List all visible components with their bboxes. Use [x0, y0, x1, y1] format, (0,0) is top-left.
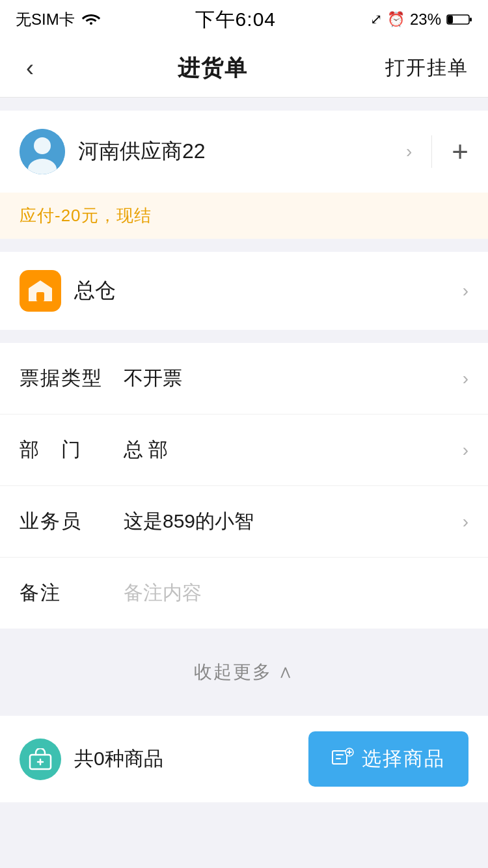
location-icon: ⤢ [370, 11, 382, 28]
ticket-type-label: 票据类型 [20, 365, 111, 392]
select-icon [332, 748, 354, 770]
supplier-avatar [20, 129, 65, 174]
warehouse-chevron-icon: › [463, 280, 468, 301]
form-section: 票据类型 不开票 › 部 门 总 部 › 业务员 这是859的小智 › 备注 备… [0, 343, 488, 629]
notice-text: 应付-20元，现结 [20, 206, 152, 225]
status-right: ⤢ ⏰ 23% [370, 10, 472, 29]
supplier-card: 河南供应商22 › + 应付-20元，现结 [0, 111, 488, 239]
ticket-type-value: 不开票 [111, 365, 456, 392]
svg-rect-10 [332, 751, 347, 764]
status-left: 无SIM卡 [16, 9, 101, 30]
product-count-label: 共0种商品 [74, 746, 308, 772]
department-row[interactable]: 部 门 总 部 › [0, 414, 488, 486]
wifi-icon [81, 10, 101, 29]
product-bar: 共0种商品 选择商品 [0, 716, 488, 802]
warehouse-row[interactable]: 总仓 › [0, 252, 488, 330]
svg-rect-6 [36, 292, 44, 301]
supplier-info: 河南供应商22 [20, 129, 406, 174]
open-pending-button[interactable]: 打开挂单 [385, 55, 468, 81]
page-rest [0, 802, 488, 868]
svg-point-4 [34, 137, 51, 154]
svg-rect-2 [470, 18, 472, 21]
supplier-name: 河南供应商22 [78, 137, 206, 166]
spacer-top [0, 98, 488, 111]
collapse-label: 收起更多 ∧ [194, 662, 295, 682]
ticket-type-row[interactable]: 票据类型 不开票 › [0, 343, 488, 414]
collapse-row[interactable]: 收起更多 ∧ [0, 642, 488, 703]
carrier-label: 无SIM卡 [16, 9, 75, 30]
salesperson-label: 业务员 [20, 508, 111, 535]
warehouse-name: 总仓 [74, 277, 463, 305]
salesperson-value: 这是859的小智 [111, 508, 456, 535]
select-product-button[interactable]: 选择商品 [308, 731, 468, 787]
remarks-row[interactable]: 备注 备注内容 [0, 558, 488, 629]
salesperson-chevron-icon: › [463, 511, 468, 532]
battery-icon [446, 12, 472, 27]
remarks-value[interactable]: 备注内容 [111, 580, 468, 606]
supplier-row[interactable]: 河南供应商22 › + [0, 111, 488, 193]
remarks-label: 备注 [20, 580, 111, 606]
nav-bar: ‹ 进货单 打开挂单 [0, 39, 488, 98]
department-chevron-icon: › [463, 440, 468, 461]
notice-bar: 应付-20元，现结 [0, 193, 488, 239]
department-value: 总 部 [111, 437, 456, 463]
warehouse-card: 总仓 › [0, 252, 488, 330]
svg-rect-1 [448, 16, 453, 23]
status-time: 下午6:04 [195, 7, 276, 33]
product-icon-wrap [20, 739, 61, 780]
add-supplier-button[interactable]: + [431, 135, 468, 168]
back-button[interactable]: ‹ [20, 48, 40, 88]
page-title: 进货单 [178, 53, 248, 83]
status-bar: 无SIM卡 下午6:04 ⤢ ⏰ 23% [0, 0, 488, 39]
battery-label: 23% [410, 10, 441, 29]
select-product-label: 选择商品 [362, 746, 445, 772]
warehouse-icon-wrap [20, 270, 61, 312]
ticket-type-chevron-icon: › [463, 368, 468, 389]
department-label: 部 门 [20, 437, 111, 463]
supplier-chevron-icon: › [406, 141, 412, 162]
alarm-icon: ⏰ [387, 11, 405, 28]
salesperson-row[interactable]: 业务员 这是859的小智 › [0, 486, 488, 558]
